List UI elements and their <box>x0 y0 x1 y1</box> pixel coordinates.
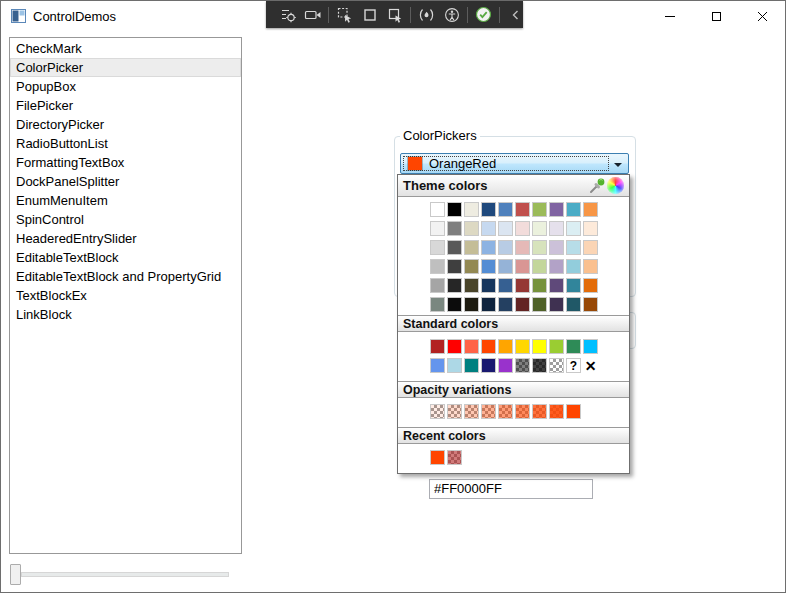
color-swatch[interactable] <box>583 339 598 354</box>
accessibility-checker-icon[interactable] <box>442 6 461 24</box>
color-swatch[interactable] <box>481 240 496 255</box>
color-swatch[interactable] <box>515 404 530 419</box>
color-swatch[interactable] <box>515 221 530 236</box>
color-swatch[interactable] <box>464 221 479 236</box>
color-swatch[interactable] <box>481 259 496 274</box>
color-swatch[interactable]: ✕ <box>583 358 598 373</box>
color-swatch[interactable] <box>566 259 581 274</box>
color-swatch[interactable] <box>549 202 564 217</box>
hex-color-input[interactable] <box>429 479 593 499</box>
select-element-icon[interactable] <box>335 6 354 24</box>
color-swatch[interactable] <box>583 297 598 312</box>
color-swatch[interactable] <box>430 297 445 312</box>
color-swatch[interactable] <box>430 240 445 255</box>
color-swatch[interactable] <box>464 358 479 373</box>
color-swatch[interactable] <box>481 278 496 293</box>
color-swatch[interactable] <box>464 297 479 312</box>
color-swatch[interactable] <box>447 259 462 274</box>
collapse-toolbar-icon[interactable] <box>506 6 525 24</box>
live-visual-tree-icon[interactable] <box>278 6 297 24</box>
color-swatch[interactable] <box>498 221 513 236</box>
color-swatch[interactable] <box>447 240 462 255</box>
color-swatch[interactable] <box>515 240 530 255</box>
color-swatch[interactable] <box>515 358 530 373</box>
color-swatch[interactable] <box>481 202 496 217</box>
color-swatch[interactable] <box>566 297 581 312</box>
color-swatch[interactable] <box>583 202 598 217</box>
color-swatch[interactable] <box>566 202 581 217</box>
color-swatch[interactable] <box>515 202 530 217</box>
close-button[interactable] <box>739 1 785 31</box>
color-swatch[interactable] <box>532 202 547 217</box>
color-swatch[interactable] <box>447 278 462 293</box>
color-swatch[interactable] <box>549 297 564 312</box>
color-swatch[interactable] <box>549 240 564 255</box>
color-swatch[interactable] <box>447 450 462 465</box>
slider-thumb[interactable] <box>10 564 21 585</box>
color-swatch[interactable] <box>532 404 547 419</box>
color-swatch[interactable] <box>430 404 445 419</box>
color-swatch[interactable] <box>549 259 564 274</box>
color-swatch[interactable] <box>498 358 513 373</box>
slider-track[interactable] <box>21 572 229 577</box>
color-swatch[interactable] <box>583 259 598 274</box>
maximize-button[interactable] <box>693 1 739 31</box>
sidebar-item[interactable]: ColorPicker <box>10 58 241 77</box>
sidebar-item[interactable]: DirectoryPicker <box>10 115 241 134</box>
color-swatch[interactable] <box>430 259 445 274</box>
color-swatch[interactable] <box>464 240 479 255</box>
combo-dropdown-arrow[interactable] <box>614 163 622 167</box>
color-swatch[interactable] <box>532 278 547 293</box>
color-swatch[interactable] <box>583 221 598 236</box>
color-swatch[interactable] <box>498 259 513 274</box>
sidebar-item[interactable]: FormattingTextBox <box>10 153 241 172</box>
color-swatch[interactable] <box>583 278 598 293</box>
sidebar-item[interactable]: EditableTextBlock and PropertyGrid <box>10 267 241 286</box>
color-swatch[interactable] <box>430 358 445 373</box>
sidebar-item[interactable]: DockPanelSplitter <box>10 172 241 191</box>
color-swatch[interactable] <box>549 221 564 236</box>
color-swatch[interactable] <box>430 278 445 293</box>
color-combobox[interactable]: OrangeRed <box>400 153 629 174</box>
color-swatch[interactable] <box>464 259 479 274</box>
color-swatch[interactable] <box>481 297 496 312</box>
color-swatch[interactable] <box>515 278 530 293</box>
sidebar-item[interactable]: LinkBlock <box>10 305 241 324</box>
color-swatch[interactable] <box>566 221 581 236</box>
color-swatch[interactable] <box>532 221 547 236</box>
hot-reload-icon[interactable] <box>417 6 436 24</box>
color-swatch[interactable] <box>464 202 479 217</box>
color-swatch[interactable] <box>464 404 479 419</box>
color-swatch[interactable] <box>481 404 496 419</box>
color-swatch[interactable] <box>498 278 513 293</box>
color-swatch[interactable] <box>447 358 462 373</box>
color-swatch[interactable] <box>515 339 530 354</box>
color-swatch[interactable] <box>549 339 564 354</box>
color-swatch[interactable] <box>566 404 581 419</box>
color-swatch[interactable] <box>498 404 513 419</box>
color-swatch[interactable] <box>447 202 462 217</box>
color-swatch[interactable] <box>498 240 513 255</box>
color-swatch[interactable] <box>532 339 547 354</box>
color-swatch[interactable] <box>532 259 547 274</box>
sidebar-item[interactable]: CheckMark <box>10 39 241 58</box>
color-swatch[interactable] <box>549 358 564 373</box>
color-swatch[interactable] <box>447 221 462 236</box>
color-swatch[interactable] <box>549 404 564 419</box>
color-swatch[interactable] <box>549 278 564 293</box>
color-swatch[interactable] <box>515 259 530 274</box>
color-swatch[interactable] <box>532 240 547 255</box>
sidebar-item[interactable]: EditableTextBlock <box>10 248 241 267</box>
color-swatch[interactable] <box>447 339 462 354</box>
camera-icon[interactable] <box>303 6 322 24</box>
color-swatch[interactable] <box>566 240 581 255</box>
color-swatch[interactable] <box>430 221 445 236</box>
sidebar-item[interactable]: TextBlockEx <box>10 286 241 305</box>
color-swatch[interactable] <box>532 297 547 312</box>
color-swatch[interactable] <box>515 297 530 312</box>
color-swatch[interactable] <box>481 221 496 236</box>
sidebar-item[interactable]: EnumMenuItem <box>10 191 241 210</box>
minimize-button[interactable] <box>647 1 693 31</box>
sidebar-item[interactable]: FilePicker <box>10 96 241 115</box>
sidebar-item[interactable]: SpinControl <box>10 210 241 229</box>
